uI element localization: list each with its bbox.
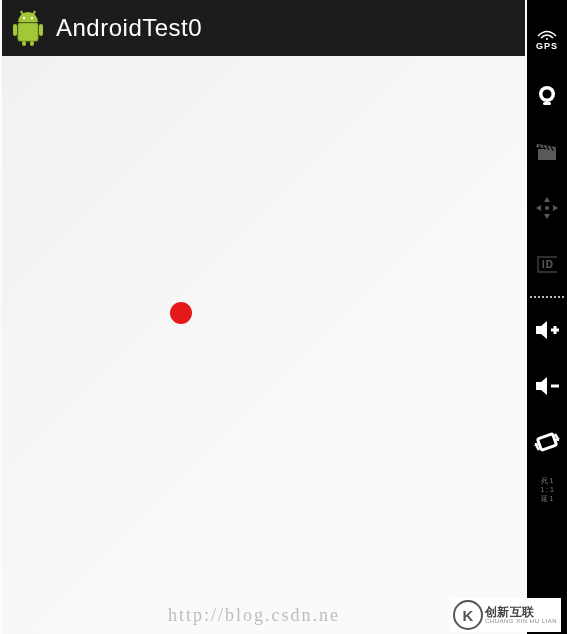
watermark-url: http://blog.csdn.ne	[168, 605, 340, 626]
svg-rect-31	[22, 41, 26, 46]
rotate-button[interactable]	[527, 420, 567, 464]
svg-point-14	[545, 206, 549, 210]
camera-icon	[535, 84, 559, 108]
svg-marker-15	[536, 321, 547, 339]
svg-point-26	[31, 17, 33, 19]
volume-down-icon	[535, 376, 559, 396]
gps-wifi-icon	[537, 30, 557, 40]
svg-marker-13	[553, 205, 558, 211]
volume-up-button[interactable]	[527, 308, 567, 352]
brand-sub: CHUANG XIN HU LIAN	[485, 618, 557, 624]
svg-point-0	[546, 38, 548, 40]
gps-label: GPS	[536, 41, 558, 51]
svg-point-25	[23, 17, 25, 19]
svg-marker-12	[536, 205, 541, 211]
action-bar: AndroidTest0	[2, 0, 525, 56]
phone-screen: AndroidTest0	[0, 0, 525, 634]
svg-point-2	[543, 90, 552, 99]
dpad-icon	[534, 195, 560, 221]
volume-down-button[interactable]	[527, 364, 567, 408]
svg-rect-4	[538, 149, 556, 160]
app-canvas[interactable]	[2, 56, 525, 634]
android-robot-icon	[12, 10, 44, 46]
svg-rect-30	[39, 24, 43, 36]
app-title: AndroidTest0	[56, 14, 202, 42]
camera-button[interactable]	[527, 74, 567, 118]
svg-rect-32	[30, 41, 34, 46]
svg-marker-18	[536, 377, 547, 395]
toolbar-separator	[530, 296, 564, 298]
volume-up-icon	[535, 320, 559, 340]
watermark-brand: K 创新互联 CHUANG XIN HU LIAN	[451, 598, 561, 632]
brand-glyph-icon: K	[453, 600, 483, 630]
red-dot	[170, 302, 192, 324]
svg-rect-20	[537, 434, 556, 451]
svg-line-24	[33, 11, 35, 15]
toolbar-stats: 死 1 1 : 1 延 1	[540, 476, 554, 503]
gps-button[interactable]: GPS	[527, 18, 567, 62]
rotate-icon	[534, 429, 560, 455]
brand-name: 创新互联	[485, 607, 557, 618]
svg-rect-27	[18, 23, 38, 41]
dpad-button[interactable]	[527, 186, 567, 230]
emulator-toolbar: GPS	[527, 0, 567, 634]
clapperboard-icon	[536, 143, 558, 161]
svg-line-23	[21, 11, 23, 15]
screencast-button[interactable]	[527, 130, 567, 174]
svg-rect-3	[543, 102, 551, 105]
svg-marker-11	[544, 214, 550, 219]
svg-rect-29	[13, 24, 17, 36]
svg-marker-10	[544, 197, 550, 202]
id-button[interactable]: ID	[527, 242, 567, 286]
id-icon: ID	[537, 256, 557, 273]
